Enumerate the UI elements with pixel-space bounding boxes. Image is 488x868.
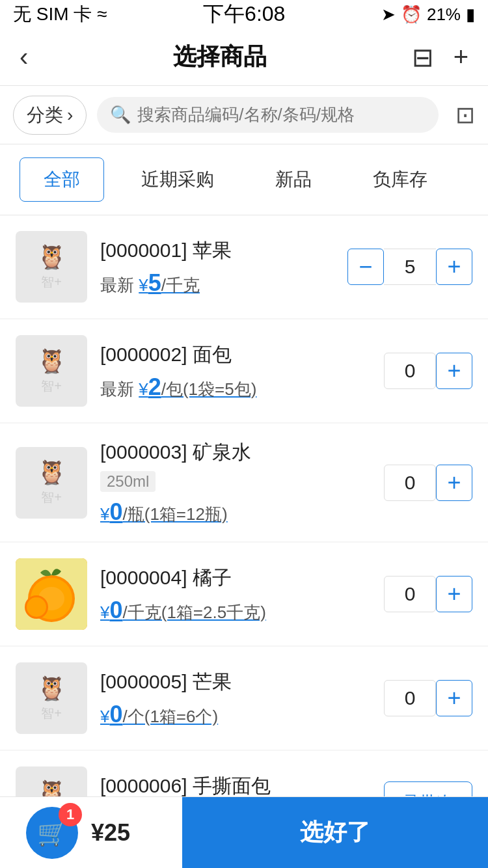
product-name-2: [0000002] 面包 [100,342,371,368]
cart-icon-button[interactable]: 🛒 1 [26,807,78,859]
filter-tabs: 全部 近期采购 新品 负库存 [0,144,488,215]
quantity-input-5[interactable] [384,680,436,716]
product-info-4: [0000004] 橘子 ¥0/千克(1箱=2.5千克) [100,565,371,624]
quantity-input-3[interactable] [384,465,436,501]
tab-new[interactable]: 新品 [251,157,336,202]
tab-negative[interactable]: 负库存 [349,157,452,202]
product-thumbnail-2: 🦉 智+ [16,335,87,407]
quantity-control-5: + [384,680,472,716]
product-thumbnail-1: 🦉 智+ [16,231,87,303]
quantity-plus-button-2[interactable]: + [436,353,472,389]
svg-point-5 [27,597,46,617]
tab-recent[interactable]: 近期采购 [117,157,238,202]
price-value-2: 2 [148,373,161,400]
placeholder-owl-icon: 🦉 [37,347,66,375]
product-price-3: ¥0/瓶(1箱=12瓶) [100,498,371,526]
search-icon: 🔍 [110,105,131,125]
list-item: 🦉 智+ [0000002] 面包 最新 ¥2/包(1袋=5包) + [0,319,488,422]
placeholder-brand-label: 智+ [41,377,62,395]
list-item: 🦉 智+ [0000001] 苹果 最新 ¥5/千克 − + [0,215,488,318]
product-name-1: [0000001] 苹果 [100,237,334,264]
location-icon: ➤ [381,5,396,25]
status-time: 下午6:08 [203,0,285,29]
category-button[interactable]: 分类 › [13,96,87,135]
status-network: 无 SIM 卡 ≈ [13,2,107,27]
category-chevron-icon: › [67,105,73,126]
price-currency-1: ¥ [139,275,148,295]
quantity-plus-button-1[interactable]: + [436,249,472,285]
list-item: 🦉 智+ [0000003] 矿泉水 250ml ¥0/瓶(1箱=12瓶) + [0,424,488,541]
category-label: 分类 [27,103,63,128]
product-name-4: [0000004] 橘子 [100,565,371,591]
product-info-5: [0000005] 芒果 ¥0/个(1箱=6个) [100,669,371,728]
product-info-3: [0000003] 矿泉水 250ml ¥0/瓶(1箱=12瓶) [100,439,371,526]
price-label-1: 最新 [100,275,134,295]
product-price-4: ¥0/千克(1箱=2.5千克) [100,597,371,624]
product-thumbnail-5: 🦉 智+ [16,662,87,734]
search-bar: 分类 › 🔍 ⊡ [0,86,488,144]
filter-button[interactable]: ⊟ [412,42,434,72]
placeholder-owl-icon: 🦉 [37,675,66,702]
alarm-icon: ⏰ [401,5,422,25]
product-thumbnail-3: 🦉 智+ [16,447,87,519]
nav-bar: ‹ 选择商品 ⊟ + [0,29,488,86]
placeholder-brand-label: 智+ [41,489,62,506]
product-price-5: ¥0/个(1箱=6个) [100,701,371,728]
placeholder-brand-label: 智+ [41,705,62,722]
price-value-5: 0 [109,701,122,727]
product-name-5: [0000005] 芒果 [100,669,371,696]
cart-badge: 1 [59,803,82,826]
quantity-control-3: + [384,465,472,501]
product-price-2: 最新 ¥2/包(1袋=5包) [100,373,371,401]
product-spec-3: 250ml [100,471,156,492]
quantity-input-2[interactable] [384,353,436,389]
product-list: 🦉 智+ [0000001] 苹果 最新 ¥5/千克 − + 🦉 智+ [000… [0,215,488,868]
cart-total: ¥25 [91,819,130,847]
price-unit-5: /个(1箱=6个) [123,707,219,726]
product-info-2: [0000002] 面包 最新 ¥2/包(1袋=5包) [100,342,371,401]
placeholder-brand-label: 智+ [41,273,62,291]
battery-text: 21% [427,5,461,25]
list-item: 🦉 智+ [0000005] 芒果 ¥0/个(1箱=6个) + [0,647,488,750]
add-button[interactable]: + [454,42,468,72]
nav-actions: ⊟ + [412,42,468,72]
price-value-1: 5 [148,269,161,296]
quantity-minus-button-1[interactable]: − [347,249,384,285]
list-item: [0000004] 橘子 ¥0/千克(1箱=2.5千克) + [0,543,488,645]
product-name-6: [0000006] 手撕面包 [100,773,371,800]
cart-area: 🛒 1 ¥25 [0,807,182,859]
confirm-button[interactable]: 选好了 [182,797,488,869]
quantity-plus-button-5[interactable]: + [436,680,472,716]
quantity-plus-button-4[interactable]: + [436,576,472,612]
price-unit-4: /千克(1箱=2.5千克) [123,603,266,622]
quantity-control-1: − + [347,249,472,285]
tab-all[interactable]: 全部 [20,157,104,202]
product-info-1: [0000001] 苹果 最新 ¥5/千克 [100,237,334,297]
price-currency-3: ¥ [100,504,109,524]
quantity-plus-button-3[interactable]: + [436,465,472,501]
price-unit-1: /千克 [161,275,200,295]
price-currency-5: ¥ [100,707,109,726]
status-bar: 无 SIM 卡 ≈ 下午6:08 ➤ ⏰ 21% ▮ [0,0,488,29]
price-value-3: 0 [109,498,122,525]
product-name-3: [0000003] 矿泉水 [100,439,371,466]
search-input[interactable] [137,105,426,125]
price-currency-4: ¥ [100,603,109,622]
price-value-4: 0 [109,597,122,623]
price-currency-2: ¥ [139,379,148,399]
product-thumbnail-4 [16,558,87,630]
quantity-control-2: + [384,353,472,389]
quantity-control-4: + [384,576,472,612]
quantity-input-1[interactable] [384,249,436,285]
page-title: 选择商品 [173,41,267,73]
back-button[interactable]: ‹ [20,42,28,72]
price-unit-2: /包(1袋=5包) [161,379,257,399]
placeholder-owl-icon: 🦉 [37,243,66,271]
status-battery: ➤ ⏰ 21% ▮ [381,5,475,25]
quantity-input-4[interactable] [384,576,436,612]
scan-button[interactable]: ⊡ [455,102,475,129]
battery-icon: ▮ [466,5,475,25]
bottom-bar: 🛒 1 ¥25 选好了 [0,796,488,868]
search-input-wrap: 🔍 [97,97,439,133]
product-price-1: 最新 ¥5/千克 [100,269,334,297]
